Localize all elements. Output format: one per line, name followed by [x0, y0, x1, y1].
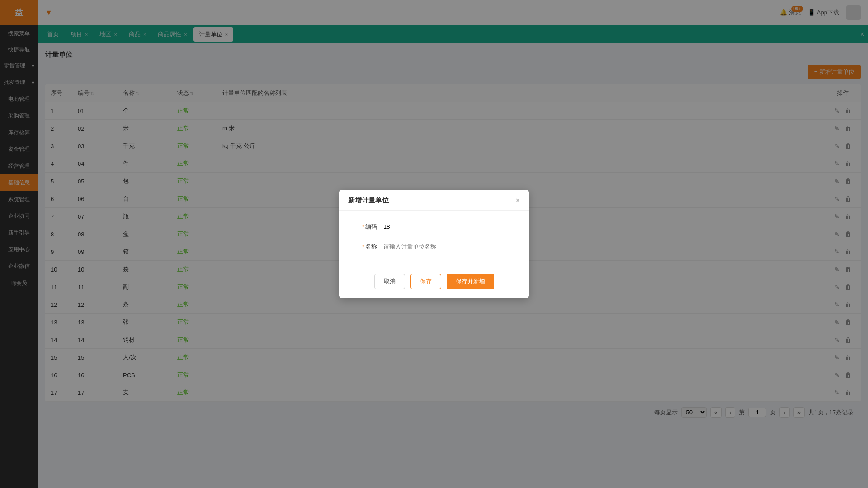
form-row-name: *名称	[350, 241, 518, 252]
form-row-code: *编码	[350, 221, 518, 232]
modal-body: *编码 *名称	[339, 211, 529, 268]
required-mark: *	[362, 223, 364, 230]
modal-close-button[interactable]: ×	[516, 197, 520, 205]
form-name-label: *名称	[350, 243, 377, 251]
cancel-button[interactable]: 取消	[374, 274, 405, 289]
form-code-label: *编码	[350, 223, 377, 231]
modal-overlay: 新增计量单位 × *编码 *名称 取消 保存 保存并新增	[0, 0, 868, 488]
name-input[interactable]	[381, 241, 518, 252]
save-and-new-button[interactable]: 保存并新增	[447, 274, 494, 289]
save-button[interactable]: 保存	[410, 274, 441, 289]
modal-footer: 取消 保存 保存并新增	[339, 268, 529, 298]
modal-title: 新增计量单位	[348, 196, 389, 205]
add-unit-modal: 新增计量单位 × *编码 *名称 取消 保存 保存并新增	[339, 190, 529, 298]
code-input[interactable]	[381, 221, 518, 232]
required-mark: *	[362, 243, 364, 250]
modal-header: 新增计量单位 ×	[339, 190, 529, 211]
